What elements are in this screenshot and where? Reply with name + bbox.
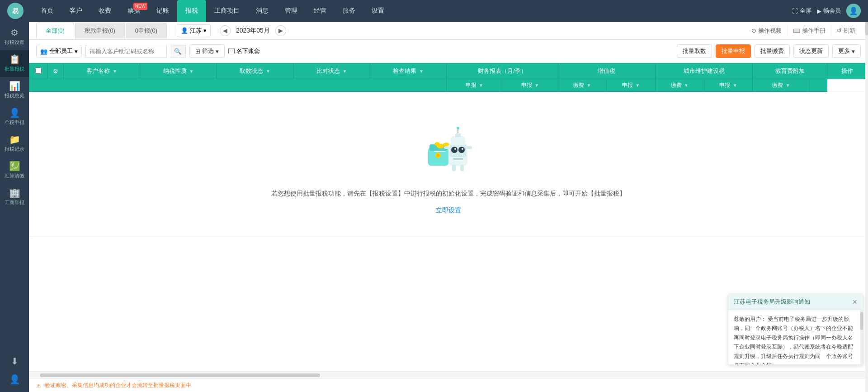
nav-service[interactable]: 服务 — [335, 0, 363, 22]
new-badge: NEW — [133, 3, 147, 10]
horizontal-scrollbar[interactable] — [29, 371, 868, 378]
tab-zero-declare[interactable]: 0申报(0) — [126, 23, 167, 38]
more-btn[interactable]: 更多 ▾ — [832, 44, 861, 58]
employee-select[interactable]: 👥 全部员工 ▾ — [36, 45, 82, 57]
vat-declare-sub: 申报 ▼ — [502, 79, 558, 92]
search-input[interactable] — [85, 45, 167, 57]
refresh-icon: ↺ — [837, 27, 842, 34]
nav-client[interactable]: 客户 — [61, 0, 90, 22]
batch-tax-icon: 📋 — [9, 55, 20, 64]
top-actions: ⊙ 操作视频 📖 操作手册 ↺ 刷新 — [746, 25, 861, 37]
city-declare-filter[interactable]: ▼ — [635, 83, 640, 88]
batch-get-btn[interactable]: 批量取数 — [677, 44, 712, 58]
chevron-down-icon: ▾ — [203, 27, 207, 34]
financial-report-header: 财务报表（月/季） — [447, 63, 558, 79]
tax-nature-filter-icon[interactable]: ▼ — [189, 69, 194, 74]
logo[interactable]: 易 — [7, 3, 24, 19]
svg-rect-22 — [467, 146, 472, 149]
svg-rect-24 — [460, 165, 464, 171]
nav-business[interactable]: 工商项目 — [206, 0, 248, 22]
employee-dropdown-icon: ▾ — [75, 48, 78, 55]
nav-home[interactable]: 首页 — [33, 0, 61, 22]
manual-action[interactable]: 📖 操作手册 — [788, 25, 831, 37]
select-all-checkbox[interactable] — [35, 67, 42, 74]
svg-rect-4 — [434, 151, 445, 152]
date-navigation: ◀ 2023年05月 ▶ — [220, 25, 286, 36]
status-bar: ⚠ 验证账密、采集信息均成功的企业才会流转至批量报税页面中 — [29, 378, 868, 392]
empty-state-cell: 若您想使用批量报税功能，请先在【报税设置】中进行报税的初始化设置，完成密码验证和… — [29, 92, 868, 237]
date-next-btn[interactable]: ▶ — [275, 25, 286, 36]
get-status-filter-icon[interactable]: ▼ — [266, 69, 270, 74]
empty-state: 若您想使用批量报税功能，请先在【报税设置】中进行报税的初始化设置，完成密码验证和… — [34, 96, 863, 233]
vat-pay-filter[interactable]: ▼ — [587, 83, 591, 88]
more-dropdown-icon: ▾ — [852, 48, 855, 55]
data-table: ⚙ 客户名称 ▼ 纳税性质 ▼ 取数状态 ▼ 比对状态 ▼ — [29, 63, 868, 237]
nav-manage[interactable]: 管理 — [277, 0, 306, 22]
edu-pay-filter[interactable]: ▼ — [786, 83, 790, 88]
manual-icon: 📖 — [793, 27, 800, 34]
user-avatar[interactable]: 👤 — [846, 4, 861, 18]
nav-tax[interactable]: 报税 — [177, 0, 206, 22]
name-set-checkbox[interactable] — [228, 48, 235, 54]
overview-icon: 📊 — [9, 81, 20, 91]
robot-illustration — [421, 123, 476, 177]
client-filter-icon[interactable]: ▼ — [113, 69, 117, 74]
batch-pay-btn[interactable]: 批量缴费 — [755, 44, 790, 58]
sidebar-item-annual-report[interactable]: 🏢 工商年报 — [0, 184, 29, 210]
vat-pay-header: 缴费 ▼ — [558, 79, 607, 92]
nav-fee[interactable]: 收费 — [90, 0, 119, 22]
nav-message[interactable]: 消息 — [248, 0, 277, 22]
svg-text:易: 易 — [12, 7, 19, 14]
tab-all[interactable]: 全部(0) — [36, 23, 74, 38]
sidebar-item-batch-tax[interactable]: 📋 批量报税 — [0, 50, 29, 77]
sidebar-item-tax-overview[interactable]: 📊 报税总览 — [0, 77, 29, 104]
right-scrollbar[interactable] — [865, 22, 868, 392]
city-pay-filter[interactable]: ▼ — [684, 83, 689, 88]
name-set-label[interactable]: 名下账套 — [228, 47, 260, 55]
sidebar-item-user[interactable]: 👤 — [0, 370, 29, 388]
edu-declare-filter[interactable]: ▼ — [733, 83, 737, 88]
status-text: 验证账密、采集信息均成功的企业才会流转至批量报税页面中 — [45, 382, 191, 389]
nav-operation[interactable]: 经营 — [306, 0, 335, 22]
province-select[interactable]: 👤 江苏 ▾ — [177, 24, 211, 37]
video-action[interactable]: ⊙ 操作视频 — [746, 25, 788, 37]
video-icon: ⊙ — [751, 27, 756, 34]
sidebar-item-tax-settings[interactable]: ⚙ 报税设置 — [0, 24, 29, 50]
tab-tax-declare[interactable]: 税款申报(0) — [75, 23, 125, 38]
nav-settings[interactable]: 设置 — [363, 0, 392, 22]
city-pay-header: 缴费 ▼ — [655, 79, 704, 92]
filter-icon: ⊞ — [195, 48, 200, 55]
vat-header: 增值税 — [558, 63, 655, 79]
search-button[interactable]: 🔍 — [170, 45, 186, 57]
date-prev-btn[interactable]: ◀ — [220, 25, 231, 36]
notification-scrollbar[interactable] — [860, 310, 863, 364]
setup-link[interactable]: 立即设置 — [436, 206, 461, 215]
check-filter-icon[interactable]: ▼ — [419, 69, 424, 74]
svg-point-8 — [443, 143, 449, 146]
sidebar-item-tax-record[interactable]: 📁 报税记录 — [0, 130, 29, 157]
vat-declare-filter[interactable]: ▼ — [534, 83, 539, 88]
notification-close-btn[interactable]: ✕ — [852, 298, 858, 306]
nav-accounting[interactable]: 记账 — [148, 0, 177, 22]
sidebar-item-personal-tax[interactable]: 👤 个税申报 — [0, 104, 29, 130]
member-btn[interactable]: ▶ 畅会员 — [817, 7, 841, 15]
refresh-action[interactable]: ↺ 刷新 — [831, 25, 861, 37]
right-scrollbar-thumb — [865, 22, 868, 35]
warning-icon: ⚠ — [36, 382, 41, 389]
notification-header: 江苏电子税务局升级影响通知 ✕ — [728, 294, 863, 310]
record-icon: 📁 — [9, 135, 20, 144]
sidebar-item-annual-settlement[interactable]: 💹 汇算清缴 — [0, 157, 29, 184]
empty-main-text: 若您想使用批量报税功能，请先在【报税设置】中进行报税的初始化设置，完成密码验证和… — [271, 188, 626, 199]
fullscreen-btn[interactable]: ⛶ 全屏 — [792, 7, 811, 15]
compare-filter-icon[interactable]: ▼ — [343, 69, 347, 74]
notification-title: 江苏电子税务局升级影响通知 — [734, 298, 810, 306]
scrollbar-thumb[interactable] — [40, 373, 320, 377]
sidebar-item-download[interactable]: ⬇ — [0, 352, 29, 370]
batch-declare-btn[interactable]: 批量申报 — [716, 44, 751, 58]
svg-rect-20 — [453, 158, 463, 160]
status-update-btn[interactable]: 状态更新 — [793, 44, 829, 58]
fin-declare-filter[interactable]: ▼ — [479, 83, 483, 88]
filter-btn[interactable]: ⊞ 筛选 ▾ — [189, 44, 225, 58]
nav-invoice[interactable]: 票据 NEW — [119, 0, 148, 22]
op-sub-header — [810, 79, 827, 92]
